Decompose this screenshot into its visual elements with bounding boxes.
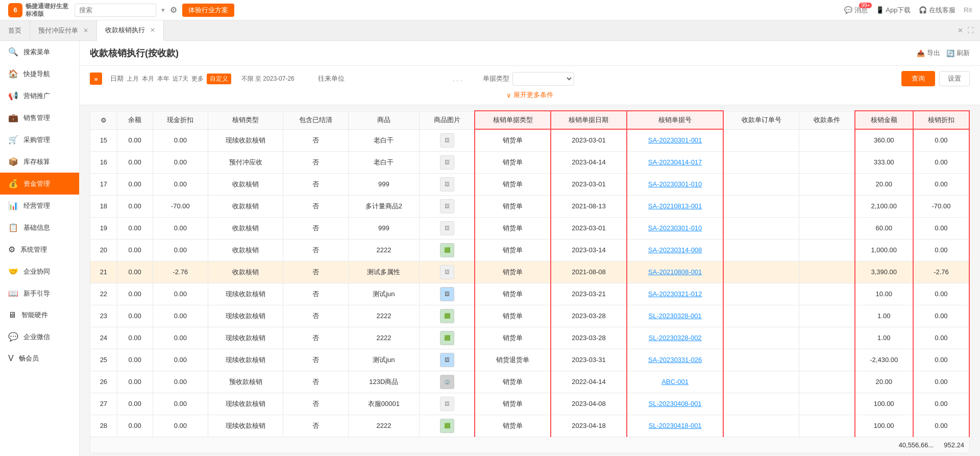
table-row: 15 0.00 0.00 现续收款核销 否 老白干 🖼 销货单 2023-03-… <box>90 129 970 151</box>
online-service-button[interactable]: 🎧 在线客服 <box>919 6 955 15</box>
row-bill-no[interactable]: SA-20230414-017 <box>627 151 724 173</box>
query-button[interactable]: 查询 <box>901 71 935 86</box>
row-writeoff-discount: 0.00 <box>913 283 969 305</box>
row-include-settled: 否 <box>283 371 349 393</box>
row-receipt-condition <box>799 151 854 173</box>
row-balance: 0.00 <box>117 217 153 239</box>
marketing-icon: 📢 <box>8 91 18 101</box>
close-tab-icon[interactable]: ✕ <box>958 27 963 34</box>
row-bill-date: 2023-03-21 <box>551 283 627 305</box>
operations-icon: 📊 <box>8 201 18 210</box>
bill-type-filter: 单据类型 <box>483 72 574 86</box>
table-body: 15 0.00 0.00 现续收款核销 否 老白干 🖼 销货单 2023-03-… <box>90 129 970 437</box>
row-receipt-condition <box>799 349 854 371</box>
sidebar-item-quicknav[interactable]: 🏠 快捷导航 <box>0 63 79 85</box>
sidebar-item-sales[interactable]: 💼 销售管理 <box>0 107 79 129</box>
row-bill-no[interactable]: SL-20230408-001 <box>627 393 724 415</box>
sidebar-item-wechat[interactable]: 💬 企业微信 <box>0 326 79 348</box>
row-bill-no[interactable]: SL-20230328-001 <box>627 305 724 327</box>
date-btn-this-year[interactable]: 本年 <box>157 75 169 83</box>
table-row: 27 0.00 0.00 现续收款核销 否 衣服00001 🖼 销货单 2023… <box>90 393 970 415</box>
row-bill-no[interactable]: SA-20210813-001 <box>627 195 724 217</box>
counterparty-label: 往来单位 <box>318 74 345 83</box>
inventory-icon: 📦 <box>8 157 18 166</box>
sidebar-item-smart[interactable]: 🖥 智能硬件 <box>0 304 79 326</box>
date-btn-last-month[interactable]: 上月 <box>127 75 139 83</box>
sidebar-item-basic[interactable]: 📋 基础信息 <box>0 217 79 238</box>
filter-toggle-button[interactable]: » <box>90 73 102 85</box>
bill-type-select[interactable] <box>512 72 574 86</box>
row-writeoff-type: 现续收款核销 <box>208 415 283 437</box>
row-bill-type: 销货单 <box>475 129 551 151</box>
row-bill-no[interactable]: SL-20230328-002 <box>627 327 724 349</box>
row-bill-no[interactable]: SA-20230321-012 <box>627 283 724 305</box>
gear-icon[interactable]: ⚙ <box>170 5 177 15</box>
member-icon: V <box>8 354 14 363</box>
sidebar-item-inventory[interactable]: 📦 库存核算 <box>0 151 79 173</box>
sidebar-item-operations[interactable]: 📊 经营管理 <box>0 195 79 217</box>
tab-receipt[interactable]: 收款核销执行 ✕ <box>97 20 164 41</box>
row-receipt-condition <box>799 327 854 349</box>
table-container[interactable]: ⚙ 余额 现金折扣 核销类型 包含已结清 商品 商品图片 核销单据类型 核销单据… <box>80 105 980 456</box>
col-settings-header[interactable]: ⚙ <box>90 111 117 129</box>
counterparty-dots[interactable]: ... <box>453 75 464 83</box>
sidebar-item-finance[interactable]: 💰 资金管理 <box>0 173 79 195</box>
row-balance: 0.00 <box>117 305 153 327</box>
row-bill-date: 2023-03-31 <box>551 349 627 371</box>
row-product-img: 🖼 <box>419 217 475 239</box>
app-download-button[interactable]: 📱 App下载 <box>876 6 911 15</box>
sidebar-item-guide[interactable]: 📖 新手引导 <box>0 282 79 304</box>
sidebar-item-marketing[interactable]: 📢 营销推广 <box>0 85 79 107</box>
row-bill-date: 2023-04-18 <box>551 415 627 437</box>
row-bill-no[interactable]: SL-20230418-001 <box>627 415 724 437</box>
chevron-down-small-icon: ∨ <box>506 91 511 99</box>
tab-prepay-close-icon[interactable]: ✕ <box>83 27 88 34</box>
search-input[interactable] <box>75 4 156 17</box>
date-btn-custom[interactable]: 自定义 <box>207 74 231 84</box>
date-btn-more[interactable]: 更多 <box>191 75 204 83</box>
row-writeoff-amount: 360.00 <box>855 129 913 151</box>
expand-window-icon[interactable]: ⛶ <box>967 27 974 34</box>
row-bill-no[interactable]: SA-20210808-001 <box>627 261 724 283</box>
row-writeoff-discount: -70.00 <box>913 195 969 217</box>
settings-button[interactable]: 设置 <box>939 71 970 86</box>
sidebar-item-corp[interactable]: 🤝 企业协同 <box>0 260 79 282</box>
row-cash-discount: 0.00 <box>153 305 208 327</box>
row-receipt-condition <box>799 217 854 239</box>
sales-icon: 💼 <box>8 113 18 123</box>
date-label: 日期 <box>110 74 124 83</box>
row-writeoff-type: 现续收款核销 <box>208 305 283 327</box>
row-bill-no[interactable]: ABC-001 <box>627 371 724 393</box>
message-button[interactable]: 💬 消息 99+ <box>844 6 868 15</box>
row-bill-date: 2022-04-14 <box>551 371 627 393</box>
row-product: 2222 <box>349 305 420 327</box>
tab-home[interactable]: 首页 <box>0 20 30 40</box>
row-writeoff-amount: 2,100.00 <box>855 195 913 217</box>
chevron-down-icon[interactable]: ▾ <box>161 6 165 14</box>
date-btn-7days[interactable]: 近7天 <box>173 75 188 83</box>
date-btn-this-month[interactable]: 本月 <box>142 75 154 83</box>
row-product-img: 🖼 <box>419 195 475 217</box>
sidebar-item-system[interactable]: ⚙ 系统管理 <box>0 238 79 260</box>
sidebar-item-search[interactable]: 🔍 搜索菜单 <box>0 41 79 63</box>
expand-conditions-button[interactable]: ∨ 展开更多条件 <box>506 90 553 100</box>
row-include-settled: 否 <box>283 349 349 371</box>
user-menu[interactable]: Rit <box>964 6 972 14</box>
sidebar-item-member[interactable]: V 畅会员 <box>0 348 79 369</box>
row-bill-no[interactable]: SA-20230301-010 <box>627 217 724 239</box>
row-bill-no[interactable]: SA-20230301-001 <box>627 129 724 151</box>
row-bill-type: 销货单 <box>475 305 551 327</box>
export-button[interactable]: 📤 导出 <box>917 49 940 58</box>
sidebar-item-basic-label: 基础信息 <box>23 223 50 232</box>
tab-prepay[interactable]: 预付冲应付单 ✕ <box>30 20 97 40</box>
row-bill-no[interactable]: SA-20230301-010 <box>627 173 724 195</box>
tab-receipt-close-icon[interactable]: ✕ <box>150 27 155 34</box>
sidebar-item-purchase[interactable]: 🛒 采购管理 <box>0 129 79 151</box>
row-bill-no[interactable]: SA-20230331-026 <box>627 349 724 371</box>
row-writeoff-discount: 0.00 <box>913 349 969 371</box>
refresh-button[interactable]: 🔄 刷新 <box>946 49 970 58</box>
col-writeoff-type-header: 核销类型 <box>208 111 283 129</box>
row-receipt-order-no <box>723 173 799 195</box>
industry-solution-button[interactable]: 体验行业方案 <box>182 4 234 17</box>
row-bill-no[interactable]: SA-20230314-008 <box>627 239 724 261</box>
